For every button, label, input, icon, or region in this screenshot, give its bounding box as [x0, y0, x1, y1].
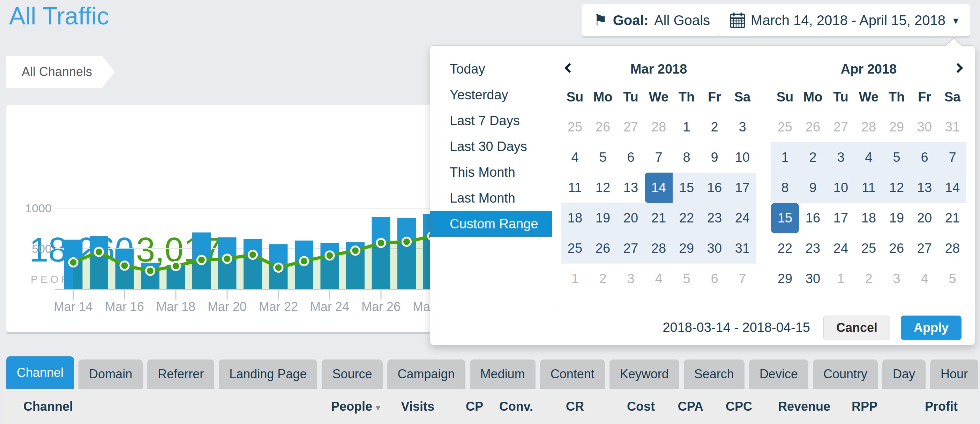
tab-campaign[interactable]: Campaign [387, 359, 465, 389]
calendar-day[interactable]: 23 [700, 203, 729, 233]
calendar-day[interactable]: 1 [771, 142, 799, 173]
calendar-day[interactable]: 5 [589, 142, 617, 173]
calendar-day[interactable]: 14 [939, 173, 966, 203]
tab-landing-page[interactable]: Landing Page [219, 359, 317, 389]
calendar-day[interactable]: 21 [939, 203, 966, 233]
calendar-day[interactable]: 24 [827, 233, 855, 264]
calendar-day[interactable]: 5 [673, 264, 700, 294]
tab-referrer[interactable]: Referrer [147, 359, 214, 389]
calendar-day[interactable]: 9 [700, 142, 729, 173]
calendar-day[interactable]: 16 [700, 173, 729, 203]
calendar-day[interactable]: 13 [617, 173, 645, 203]
calendar-day[interactable]: 11 [855, 173, 883, 203]
column-header-conv[interactable]: Conv. [483, 399, 533, 414]
calendar-day[interactable]: 28 [855, 112, 883, 142]
calendar-day[interactable]: 20 [617, 203, 645, 233]
calendar-day[interactable]: 29 [771, 264, 799, 294]
prev-month-icon[interactable] [565, 63, 574, 73]
calendar-day[interactable]: 1 [673, 112, 700, 142]
calendar-day[interactable]: 1 [827, 264, 855, 294]
calendar-day[interactable]: 31 [729, 233, 756, 264]
calendar-day-selected[interactable]: 14 [645, 173, 673, 203]
calendar-day[interactable]: 27 [617, 112, 645, 142]
column-header-cost[interactable]: Cost [584, 399, 655, 414]
calendar-day[interactable]: 25 [561, 233, 589, 264]
calendar-day[interactable]: 11 [561, 173, 589, 203]
calendar-day[interactable]: 1 [561, 264, 589, 294]
tab-domain[interactable]: Domain [78, 359, 143, 389]
cancel-button[interactable]: Cancel [823, 316, 890, 340]
preset-item-today[interactable]: Today [430, 56, 552, 82]
next-month-icon[interactable] [953, 63, 963, 73]
calendar-day[interactable]: 8 [771, 173, 799, 203]
calendar-day[interactable]: 22 [771, 233, 799, 264]
tab-hour[interactable]: Hour [930, 359, 978, 389]
calendar-day[interactable]: 12 [589, 173, 617, 203]
calendar-day[interactable]: 26 [589, 233, 617, 264]
tab-channel[interactable]: Channel [6, 356, 74, 389]
apply-button[interactable]: Apply [901, 316, 961, 340]
calendar-day[interactable]: 30 [799, 264, 827, 294]
preset-item-custom-range[interactable]: Custom Range [430, 211, 552, 237]
calendar-day[interactable]: 23 [799, 233, 827, 264]
goal-selector-button[interactable]: ⚑ Goal: All Goals ▾ [582, 4, 735, 36]
calendar-day[interactable]: 26 [799, 112, 827, 142]
column-header-people[interactable]: People▾ [310, 399, 380, 414]
calendar-day[interactable]: 17 [827, 203, 855, 233]
calendar-day[interactable]: 24 [729, 203, 756, 233]
column-header-channel[interactable]: Channel [2, 399, 73, 414]
calendar-day[interactable]: 18 [855, 203, 883, 233]
preset-item-this-month[interactable]: This Month [430, 159, 552, 185]
calendar-day-selected[interactable]: 15 [771, 203, 799, 233]
calendar-day[interactable]: 28 [645, 233, 673, 264]
tab-medium[interactable]: Medium [470, 359, 536, 389]
calendar-day[interactable]: 27 [827, 112, 855, 142]
calendar-day[interactable]: 22 [673, 203, 700, 233]
calendar-day[interactable]: 8 [673, 142, 700, 173]
tab-country[interactable]: Country [813, 359, 878, 389]
calendar-day[interactable]: 2 [700, 112, 729, 142]
calendar-day[interactable]: 27 [617, 233, 645, 264]
column-header-profit[interactable]: Profit [877, 399, 958, 414]
calendar-day[interactable]: 16 [799, 203, 827, 233]
calendar-day[interactable]: 28 [645, 112, 673, 142]
calendar-day[interactable]: 2 [799, 142, 827, 173]
calendar-day[interactable]: 27 [911, 233, 939, 264]
calendar-day[interactable]: 7 [729, 264, 756, 294]
preset-item-last-30-days[interactable]: Last 30 Days [430, 133, 552, 159]
calendar-day[interactable]: 20 [911, 203, 939, 233]
calendar-day[interactable]: 12 [883, 173, 911, 203]
calendar-day[interactable]: 21 [645, 203, 673, 233]
calendar-day[interactable]: 25 [561, 112, 589, 142]
calendar-day[interactable]: 6 [911, 142, 939, 173]
calendar-day[interactable]: 3 [883, 264, 911, 294]
calendar-day[interactable]: 3 [827, 142, 855, 173]
calendar-day[interactable]: 3 [617, 264, 645, 294]
column-header-cpa[interactable]: CPA [655, 399, 703, 414]
calendar-day[interactable]: 19 [589, 203, 617, 233]
calendar-day[interactable]: 10 [729, 142, 756, 173]
calendar-day[interactable]: 7 [645, 142, 673, 173]
column-header-revenue[interactable]: Revenue [752, 399, 830, 414]
calendar-day[interactable]: 6 [617, 142, 645, 173]
column-header-visits[interactable]: Visits [380, 399, 434, 414]
calendar-day[interactable]: 29 [673, 233, 700, 264]
breadcrumb[interactable]: All Channels [6, 56, 102, 88]
calendar-day[interactable]: 26 [589, 112, 617, 142]
calendar-day[interactable]: 29 [883, 112, 911, 142]
calendar-day[interactable]: 6 [700, 264, 729, 294]
tab-day[interactable]: Day [882, 359, 926, 389]
tab-device[interactable]: Device [749, 359, 808, 389]
calendar-day[interactable]: 4 [855, 142, 883, 173]
column-header-cpc[interactable]: CPC [703, 399, 752, 414]
calendar-day[interactable]: 17 [729, 173, 756, 203]
calendar-day[interactable]: 28 [939, 233, 966, 264]
calendar-day[interactable]: 25 [855, 233, 883, 264]
calendar-day[interactable]: 25 [771, 112, 799, 142]
calendar-day[interactable]: 5 [939, 264, 966, 294]
calendar-day[interactable]: 3 [729, 112, 756, 142]
preset-item-yesterday[interactable]: Yesterday [430, 82, 552, 108]
date-range-button[interactable]: March 14, 2018 - April 15, 2018 ▾ [718, 4, 970, 36]
column-header-cr[interactable]: CR [533, 399, 584, 414]
calendar-day[interactable]: 2 [589, 264, 617, 294]
